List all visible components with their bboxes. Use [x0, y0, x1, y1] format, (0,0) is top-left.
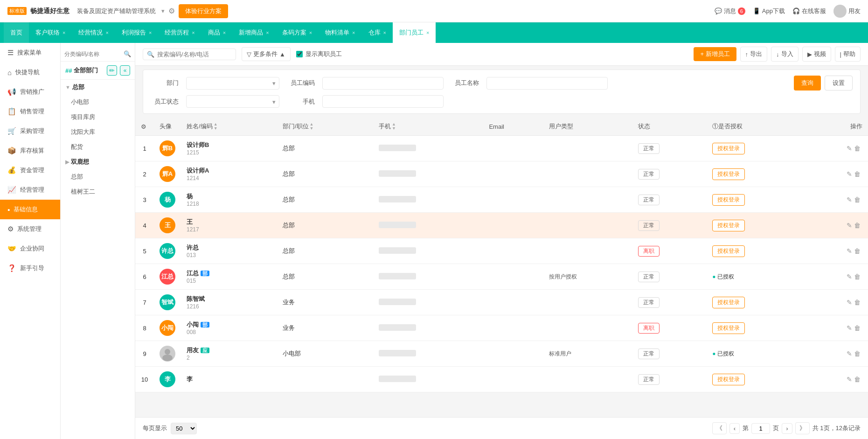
- message-btn[interactable]: 💬 消息 6: [715, 7, 745, 15]
- column-settings-icon[interactable]: ⚙: [141, 123, 146, 130]
- auth-login-button[interactable]: 授权登录: [712, 297, 745, 308]
- close-new-goods-icon[interactable]: ×: [266, 30, 269, 35]
- nav-inventory[interactable]: 📦 库存核算: [0, 141, 60, 160]
- delete-icon[interactable]: 🗑: [854, 222, 861, 229]
- name-sort[interactable]: 姓名/编码 ▲▼: [187, 122, 218, 131]
- edit-icon[interactable]: ✎: [847, 196, 852, 203]
- nav-item-operations[interactable]: 经营情况 ×: [72, 22, 115, 43]
- dept-search-input[interactable]: [64, 51, 122, 57]
- nav-item-bom[interactable]: 物料清单 ×: [319, 22, 361, 43]
- settings-icon[interactable]: ⚙: [168, 7, 175, 15]
- edit-icon[interactable]: ✎: [847, 273, 852, 280]
- dept-item-peihuo[interactable]: 配货: [61, 139, 135, 154]
- status-select[interactable]: [186, 95, 279, 108]
- auth-login-button[interactable]: 授权登录: [712, 220, 745, 231]
- dept-edit-icon[interactable]: ✏: [107, 65, 117, 76]
- delete-icon[interactable]: 🗑: [854, 247, 861, 255]
- add-employee-button[interactable]: + 新增员工: [694, 47, 736, 61]
- nav-item-home[interactable]: 首页: [4, 22, 29, 43]
- nav-quick-nav[interactable]: ⌂ 快捷导航: [0, 63, 60, 82]
- app-download-btn[interactable]: 📱 App下载: [753, 7, 785, 15]
- dept-select[interactable]: [186, 77, 279, 90]
- page-size-select[interactable]: 50 10 20 100: [171, 423, 197, 434]
- delete-icon[interactable]: 🗑: [854, 324, 861, 332]
- search-input[interactable]: [157, 51, 227, 58]
- nav-search-menu[interactable]: ☰ 搜索菜单: [0, 43, 60, 63]
- name-input[interactable]: [486, 77, 608, 90]
- nav-item-customers[interactable]: 客户联络 ×: [29, 22, 72, 43]
- auth-login-button[interactable]: 授权登录: [712, 143, 745, 154]
- close-goods-icon[interactable]: ×: [223, 30, 226, 35]
- close-barcode-icon[interactable]: ×: [309, 30, 312, 35]
- reset-button[interactable]: 设置: [825, 76, 853, 91]
- nav-item-history[interactable]: 经营历程 ×: [158, 22, 201, 43]
- nav-collab[interactable]: 🤝 企业协同: [0, 239, 60, 258]
- close-customers-icon[interactable]: ×: [62, 30, 65, 35]
- dept-item-shenyang[interactable]: 沈阳大库: [61, 125, 135, 139]
- close-warehouse-icon[interactable]: ×: [383, 30, 386, 35]
- dept-item-zhishu[interactable]: 植树王二: [61, 184, 135, 199]
- nav-purchase[interactable]: 🛒 采购管理: [0, 121, 60, 141]
- trial-button[interactable]: 体验行业方案: [179, 4, 228, 18]
- delete-icon[interactable]: 🗑: [854, 170, 861, 178]
- online-service-btn[interactable]: 🎧 在线客服: [792, 7, 826, 15]
- auth-login-button[interactable]: 授权登录: [712, 322, 745, 334]
- dept-item-project[interactable]: 项目库房: [61, 110, 135, 125]
- edit-icon[interactable]: ✎: [847, 299, 852, 306]
- import-button[interactable]: ↓ 导入: [771, 47, 799, 62]
- page-number-input[interactable]: [751, 423, 770, 434]
- auth-login-button[interactable]: 授权登录: [712, 245, 745, 257]
- delete-icon[interactable]: 🗑: [854, 376, 861, 383]
- delete-icon[interactable]: 🗑: [854, 145, 861, 152]
- nav-item-goods[interactable]: 商品 ×: [201, 22, 232, 43]
- dept-item-xiaodian[interactable]: 小电部: [61, 95, 135, 110]
- dept-sort[interactable]: 部门/职位 ▲▼: [283, 122, 314, 131]
- nav-item-employees[interactable]: 部门员工 ×: [393, 22, 436, 43]
- nav-item-barcode[interactable]: 条码方案 ×: [276, 22, 319, 43]
- nav-business[interactable]: 📈 经营管理: [0, 180, 60, 200]
- query-button[interactable]: 查询: [794, 76, 821, 91]
- dept-all-label[interactable]: ## 全部部门: [65, 66, 98, 75]
- nav-system[interactable]: ⚙ 系统管理: [0, 219, 60, 239]
- delete-icon[interactable]: 🗑: [854, 299, 861, 306]
- user-area[interactable]: 用友: [833, 5, 861, 18]
- nav-guide[interactable]: ❓ 新手引导: [0, 258, 60, 278]
- auth-login-button[interactable]: 授权登录: [712, 168, 745, 180]
- edit-icon[interactable]: ✎: [847, 350, 852, 357]
- dept-search-icon[interactable]: 🔍: [124, 50, 131, 57]
- last-page-btn[interactable]: 》: [795, 422, 810, 434]
- nav-sales[interactable]: 📋 销售管理: [0, 102, 60, 121]
- dept-collapse-icon[interactable]: «: [120, 65, 130, 76]
- edit-icon[interactable]: ✎: [847, 170, 852, 178]
- dropdown-arrow-icon[interactable]: ▾: [161, 7, 165, 14]
- show-resigned-checkbox[interactable]: [296, 51, 303, 57]
- delete-icon[interactable]: 🗑: [854, 273, 861, 280]
- first-page-btn[interactable]: 《: [712, 422, 727, 434]
- edit-icon[interactable]: ✎: [847, 324, 852, 332]
- code-input[interactable]: [322, 77, 444, 90]
- view-button[interactable]: ▶ 视频: [802, 47, 831, 62]
- delete-icon[interactable]: 🗑: [854, 196, 861, 203]
- more-filter-button[interactable]: ▽ 更多条件 ▲: [242, 47, 291, 61]
- phone-sort[interactable]: 手机 ▲▼: [379, 122, 396, 131]
- close-history-icon[interactable]: ×: [192, 30, 194, 35]
- auth-login-button[interactable]: 授权登录: [712, 194, 745, 206]
- edit-icon[interactable]: ✎: [847, 247, 852, 255]
- prev-page-btn[interactable]: ‹: [729, 423, 740, 434]
- close-employees-icon[interactable]: ×: [426, 30, 429, 35]
- dept-group-shuanglu[interactable]: ▶ 双鹿想: [61, 154, 135, 169]
- phone-input[interactable]: [322, 95, 444, 108]
- delete-icon[interactable]: 🗑: [854, 350, 861, 357]
- nav-item-profit[interactable]: 利润报告 ×: [115, 22, 158, 43]
- next-page-btn[interactable]: ›: [782, 423, 792, 434]
- close-profit-icon[interactable]: ×: [149, 30, 152, 35]
- nav-basic-info[interactable]: ▪ 基础信息: [0, 200, 60, 219]
- close-bom-icon[interactable]: ×: [352, 30, 355, 35]
- nav-finance[interactable]: 💰 资金管理: [0, 160, 60, 180]
- help-button[interactable]: | 帮助: [835, 47, 861, 62]
- edit-icon[interactable]: ✎: [847, 222, 852, 229]
- export-button[interactable]: ↑ 导出: [740, 47, 768, 62]
- nav-item-new-goods[interactable]: 新增商品 ×: [232, 22, 275, 43]
- nav-marketing[interactable]: 📢 营销推广: [0, 82, 60, 102]
- auth-login-button[interactable]: 授权登录: [712, 374, 745, 385]
